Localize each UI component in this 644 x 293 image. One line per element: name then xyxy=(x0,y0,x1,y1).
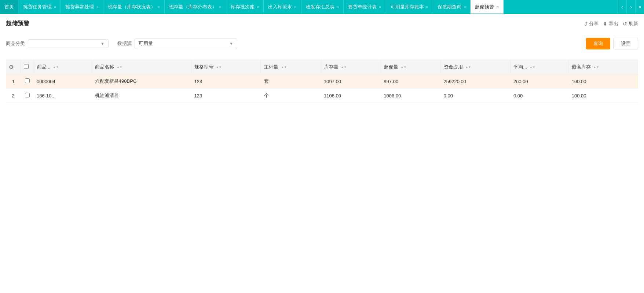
th-overstock[interactable]: 超储量 ▲▼ xyxy=(381,60,440,74)
close-icon[interactable]: × xyxy=(294,5,296,9)
th-checkbox xyxy=(21,60,34,74)
cell-avg: 0.00 xyxy=(511,89,569,103)
cell-max-stock: 100.00 xyxy=(569,89,638,103)
row-num: 1 xyxy=(6,74,21,89)
close-icon[interactable]: × xyxy=(54,5,56,9)
sort-icon: ▲▼ xyxy=(216,66,222,69)
data-table: ⚙ 商品... ▲▼ 商品名称 ▲▼ 规格型号 ▲▼ 主计 xyxy=(6,60,638,103)
page-title: 超储预警 xyxy=(6,20,29,27)
th-max-stock[interactable]: 最高库存 ▲▼ xyxy=(569,60,638,74)
export-button[interactable]: ⬇ 导出 xyxy=(603,21,618,27)
th-stock[interactable]: 库存量 ▲▼ xyxy=(321,60,381,74)
nav-receive-summary[interactable]: 收发存汇总表 × xyxy=(301,0,344,14)
nav-close-button[interactable]: × xyxy=(635,0,644,14)
datasource-filter-group: 数据源 可用量 ▼ xyxy=(117,38,237,49)
th-unit[interactable]: 主计量 ▲▼ xyxy=(261,60,321,74)
page-header: 超储预警 ⤴ 分享 ⬇ 导出 ↺ 刷新 xyxy=(6,20,638,27)
nav-home[interactable]: 首页 xyxy=(0,0,19,14)
row-checkbox-cell xyxy=(21,74,34,89)
cell-overstock: 997.00 xyxy=(381,74,440,89)
cell-product-code: 186-10... xyxy=(34,89,92,103)
close-icon[interactable]: × xyxy=(496,5,498,9)
row-num: 2 xyxy=(6,89,21,103)
cell-capital: 0.00 xyxy=(441,89,511,103)
nav-inventory-dist[interactable]: 现存量（库存分布表） × xyxy=(165,0,226,14)
nav-available-book[interactable]: 可用量库存账本 × xyxy=(386,0,433,14)
th-gear: ⚙ xyxy=(6,60,21,74)
cell-capital: 259220.00 xyxy=(441,74,511,89)
cell-stock: 1097.00 xyxy=(321,74,381,89)
table-header-row: ⚙ 商品... ▲▼ 商品名称 ▲▼ 规格型号 ▲▼ 主计 xyxy=(6,60,638,74)
row-checkbox-cell xyxy=(21,89,34,103)
filter-actions: 查询 设置 xyxy=(586,38,638,49)
datasource-select-value: 可用量 xyxy=(139,40,153,47)
cell-max-stock: 100.00 xyxy=(569,74,638,89)
row-checkbox[interactable] xyxy=(25,78,30,83)
th-capital[interactable]: 资金占用 ▲▼ xyxy=(441,60,511,74)
table-row: 2 186-10... 机油滤清器 123 个 1106.00 1006.00 … xyxy=(6,89,638,103)
sort-icon: ▲▼ xyxy=(117,66,122,69)
sort-icon: ▲▼ xyxy=(341,66,347,69)
cell-avg: 260.00 xyxy=(511,74,569,89)
cell-product-name: 机油滤清器 xyxy=(92,89,191,103)
cell-product-name: 六配套新昌490BPG xyxy=(92,74,191,89)
chevron-down-icon: ▼ xyxy=(229,41,233,46)
cell-overstock: 1006.00 xyxy=(381,89,440,103)
nav-order-stats[interactable]: 要货单统计表 × xyxy=(344,0,386,14)
share-icon: ⤴ xyxy=(585,21,588,27)
sort-icon: ▲▼ xyxy=(465,66,471,69)
close-icon[interactable]: × xyxy=(426,5,428,9)
th-avg[interactable]: 平均... ▲▼ xyxy=(511,60,569,74)
th-product-name[interactable]: 商品名称 ▲▼ xyxy=(92,60,191,74)
page-content: 超储预警 ⤴ 分享 ⬇ 导出 ↺ 刷新 商品分类 ▼ 数据源 xyxy=(0,14,644,293)
gear-icon[interactable]: ⚙ xyxy=(9,64,14,70)
nav-inout-flow[interactable]: 出入库流水 × xyxy=(264,0,301,14)
nav-arrows: ‹ › × xyxy=(618,0,644,14)
cell-spec: 123 xyxy=(191,74,261,89)
export-icon: ⬇ xyxy=(603,21,607,27)
close-icon[interactable]: × xyxy=(379,5,381,9)
nav-abnormal[interactable]: 拣货异常处理 × xyxy=(61,0,103,14)
close-icon[interactable]: × xyxy=(257,5,259,9)
filter-area: 商品分类 ▼ 数据源 可用量 ▼ 查询 设置 xyxy=(6,33,638,54)
nav-prev-button[interactable]: ‹ xyxy=(618,0,626,14)
cell-stock: 1106.00 xyxy=(321,89,381,103)
category-filter-group: 商品分类 ▼ xyxy=(6,39,109,48)
nav-inventory-status[interactable]: 现存量（库存状况表） × xyxy=(103,0,165,14)
cell-product-code: 0000004 xyxy=(34,74,92,89)
select-all-checkbox[interactable] xyxy=(24,64,29,69)
datasource-label: 数据源 xyxy=(117,40,132,47)
chevron-down-icon: ▼ xyxy=(100,41,105,46)
sort-icon: ▲▼ xyxy=(281,66,287,69)
top-nav: 首页 拣货任务管理 × 拣货异常处理 × 现存量（库存状况表） × 现存量（库存… xyxy=(0,0,644,14)
sort-icon: ▲▼ xyxy=(400,66,406,69)
sort-icon: ▲▼ xyxy=(593,66,599,69)
close-icon[interactable]: × xyxy=(158,5,160,9)
datasource-select[interactable]: 可用量 ▼ xyxy=(135,38,237,49)
category-select[interactable]: ▼ xyxy=(28,39,109,48)
nav-task-mgmt[interactable]: 拣货任务管理 × xyxy=(19,0,61,14)
cell-unit: 个 xyxy=(261,89,321,103)
refresh-icon: ↺ xyxy=(623,21,627,27)
close-icon[interactable]: × xyxy=(96,5,98,9)
header-actions: ⤴ 分享 ⬇ 导出 ↺ 刷新 xyxy=(585,21,638,27)
table-row: 1 0000004 六配套新昌490BPG 123 套 1097.00 997.… xyxy=(6,74,638,89)
close-icon[interactable]: × xyxy=(464,5,466,9)
settings-button[interactable]: 设置 xyxy=(613,38,638,49)
cell-unit: 套 xyxy=(261,74,321,89)
sort-icon: ▲▼ xyxy=(530,66,535,69)
query-button[interactable]: 查询 xyxy=(586,38,610,49)
close-icon[interactable]: × xyxy=(337,5,339,9)
nav-batch[interactable]: 库存批次账 × xyxy=(226,0,264,14)
th-spec[interactable]: 规格型号 ▲▼ xyxy=(191,60,261,74)
cell-spec: 123 xyxy=(191,89,261,103)
nav-next-button[interactable]: › xyxy=(626,0,635,14)
refresh-button[interactable]: ↺ 刷新 xyxy=(623,21,638,27)
nav-quality-check[interactable]: 保质期查询 × xyxy=(433,0,471,14)
close-icon[interactable]: × xyxy=(219,5,221,9)
row-checkbox[interactable] xyxy=(25,93,30,97)
nav-overstock-warning[interactable]: 超储预警 × xyxy=(471,0,503,14)
share-button[interactable]: ⤴ 分享 xyxy=(585,21,599,27)
th-product-code[interactable]: 商品... ▲▼ xyxy=(34,60,92,74)
sort-icon: ▲▼ xyxy=(53,66,59,69)
